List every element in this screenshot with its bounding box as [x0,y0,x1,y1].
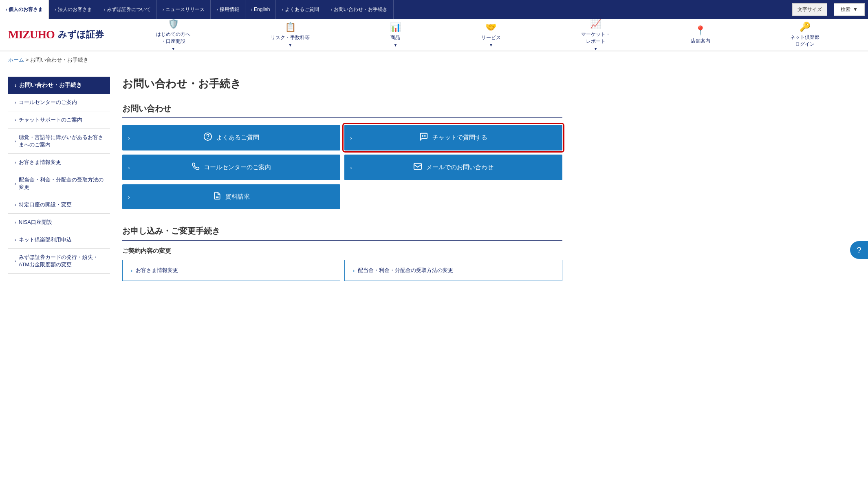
docs-button[interactable]: › 資料請求 [122,184,340,209]
arrow-icon: › [128,164,130,171]
docs-label: 資料請求 [225,193,250,201]
arrow-icon: › [128,194,130,200]
top-nav-right: 文字サイズ 検索 ▼ [789,0,868,19]
sidebar-item-card[interactable]: › みずほ証券カードの発行・紛失・ATM出金限度額の変更 [8,249,110,274]
about-nav-item[interactable]: › みずほ証券について [98,0,157,19]
nav-item-login[interactable]: 🔑 ネット倶楽部ログイン [786,22,824,48]
english-nav-item[interactable]: › English [245,0,276,19]
chevron-down-icon: ▼ [594,46,598,51]
sidebar-item-customer-info[interactable]: › お客さま情報変更 [8,154,110,171]
location-icon: 📍 [695,25,706,36]
sidebar-item-call-center[interactable]: › コールセンターのご案内 [8,94,110,111]
chevron-icon: › [15,259,16,263]
chevron-icon: › [331,7,332,12]
sub-section-title: ご契約内容の変更 [122,247,562,255]
chat-button[interactable]: › チャットで質問する [344,125,562,150]
nav-item-products[interactable]: 📊 商品 ▼ [386,22,405,47]
main-content: お問い合わせ・お手続き お問い合わせ › よくあるご質問 › [122,77,562,281]
chat-label: チャットで質問する [432,134,487,142]
chevron-icon: › [15,237,16,242]
contact-top-nav-item[interactable]: › お問い合わせ・お手続き [325,0,394,19]
svg-point-2 [422,135,423,136]
nav-item-services[interactable]: 🤝 サービス ▼ [477,22,505,47]
chat-icon [419,132,428,143]
key-icon: 🔑 [800,22,811,32]
search-button[interactable]: 検索 ▼ [834,3,865,16]
customer-info-change-button[interactable]: › お客さま情報変更 [122,260,340,281]
arrow-icon: › [350,135,352,141]
recruit-nav-item[interactable]: › 採用情報 [211,0,245,19]
svg-point-1 [208,138,208,139]
breadcrumb: ホーム > お問い合わせ・お手続き [0,51,868,69]
sidebar-item-dividend[interactable]: › 配当金・利金・分配金の受取方法の変更 [8,171,110,196]
main-nav-items: 🛡️ はじめての方へ・口座開設 ▼ 📋 リスク・手数料等 ▼ 📊 商品 ▼ 🤝 … [116,19,860,51]
chevron-icon: › [15,160,16,165]
svg-rect-4 [414,164,421,170]
sidebar-item-net-club[interactable]: › ネット倶楽部利用申込 [8,231,110,249]
chevron-icon: › [15,202,16,207]
breadcrumb-current: お問い合わせ・お手続き [30,57,88,63]
chevron-icon: › [15,139,16,144]
apply-section-title: お申し込み・ご変更手続き [122,226,562,241]
faq-button[interactable]: › よくあるご質問 [122,125,340,150]
contact-section-title: お問い合わせ [122,103,562,118]
logo-area: MIZUHO みずほ証券 [8,28,104,41]
sidebar-item-active-contact[interactable]: › お問い合わせ・お手続き [8,77,110,94]
document-icon [213,192,221,202]
chevron-down-icon: ▼ [853,7,858,12]
main-navigation: MIZUHO みずほ証券 🛡️ はじめての方へ・口座開設 ▼ 📋 リスク・手数料… [0,19,868,51]
breadcrumb-home-link[interactable]: ホーム [8,57,24,63]
arrow-icon: › [350,164,352,171]
faq-icon [203,132,212,143]
phone-icon [192,162,200,173]
call-center-label: コールセンターのご案内 [204,164,271,171]
faq-label: よくあるご質問 [216,134,259,142]
graph-icon: 📈 [590,19,601,29]
dividend-change-button[interactable]: › 配当金・利金・分配金の受取方法の変更 [344,260,562,281]
top-navigation: › 個人のお客さま › 法人のお客さま › みずほ証券について › ニュースリリ… [0,0,868,19]
handshake-icon: 🤝 [485,22,496,33]
sidebar-item-specific-account[interactable]: › 特定口座の開設・変更 [8,196,110,214]
personal-nav-item[interactable]: › 個人のお客さま [0,0,49,19]
chevron-icon: › [15,220,16,225]
chevron-icon: › [55,7,56,12]
chevron-down-icon: ▼ [288,43,292,47]
contact-grid-bottom: › 資料請求 [122,184,562,209]
nav-item-beginner[interactable]: 🛡️ はじめての方へ・口座開設 ▼ [152,19,194,51]
content-wrapper: › お問い合わせ・お手続き › コールセンターのご案内 › チャットサポートのご… [0,69,571,289]
arrow-icon: › [131,268,132,274]
mail-label: メールでのお問い合わせ [426,164,493,171]
chevron-icon: › [15,100,16,105]
faq-nav-item[interactable]: › よくあるご質問 [276,0,325,19]
chevron-icon: › [15,181,16,186]
svg-point-3 [425,135,425,136]
chevron-icon: › [104,7,105,12]
news-nav-item[interactable]: › ニュースリリース [157,0,211,19]
page-title: お問い合わせ・お手続き [122,77,562,91]
chevron-icon: › [6,7,7,12]
contact-grid-top: › よくあるご質問 › [122,125,562,150]
shield-icon: 🛡️ [168,19,179,29]
corporate-nav-item[interactable]: › 法人のお客さま [49,0,98,19]
sidebar: › お問い合わせ・お手続き › コールセンターのご案内 › チャットサポートのご… [8,77,110,281]
mizuho-logo: MIZUHO [8,28,55,41]
bottom-grid: › お客さま情報変更 › 配当金・利金・分配金の受取方法の変更 [122,260,562,281]
mail-button[interactable]: › メールでのお問い合わせ [344,155,562,180]
chevron-down-icon: ▼ [171,46,175,51]
nav-item-risk[interactable]: 📋 リスク・手数料等 ▼ [267,22,314,47]
sidebar-item-nisa[interactable]: › NISA口座開設 [8,214,110,231]
arrow-icon: › [353,268,355,274]
contact-grid-middle: › コールセンターのご案内 › メールでのお問い合わせ [122,155,562,180]
nav-item-market[interactable]: 📈 マーケット・レポート ▼ [577,19,615,51]
chevron-icon: › [15,117,16,122]
sidebar-item-chat-support[interactable]: › チャットサポートのご案内 [8,111,110,129]
nav-item-branches[interactable]: 📍 店舗案内 [687,25,714,44]
floating-help-button[interactable]: ? [850,241,868,259]
call-center-button[interactable]: › コールセンターのご案内 [122,155,340,180]
chevron-down-icon: ▼ [394,43,398,47]
chevron-icon: › [251,7,252,12]
sidebar-item-accessibility[interactable]: › 聴覚・言語等に障がいがあるお客さまへのご案内 [8,129,110,154]
chevron-icon: › [282,7,283,12]
font-size-button[interactable]: 文字サイズ [792,3,827,16]
chevron-icon: › [15,82,17,88]
